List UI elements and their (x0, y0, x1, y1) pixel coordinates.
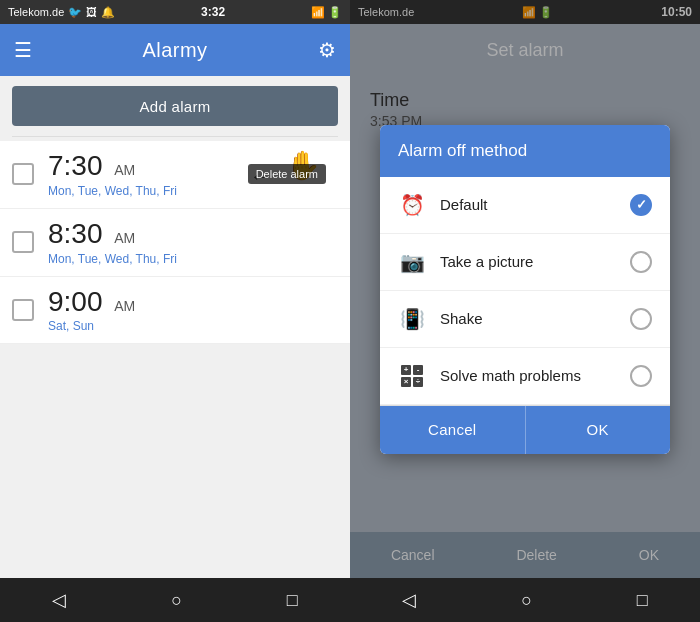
alarm-item-2[interactable]: 8:30 AM Mon, Tue, Wed, Thu, Fri (0, 209, 350, 277)
dialog-cancel-button[interactable]: Cancel (380, 406, 526, 454)
alarm-item-1[interactable]: 7:30 AM Mon, Tue, Wed, Thu, Fri ← 🤚 Dele… (0, 141, 350, 209)
alarm-days-3: Sat, Sun (48, 319, 338, 333)
battery-icon: 🔋 (328, 6, 342, 18)
status-time-left: 3:32 (201, 5, 225, 19)
alarm-time-block-3: 9:00 AM Sat, Sun (48, 287, 338, 334)
dialog-actions: Cancel OK (380, 405, 670, 454)
option-picture[interactable]: 📷 Take a picture (380, 234, 670, 291)
carrier-left: Telekom.de 🐦 🖼 🔔 (8, 6, 115, 19)
nav-bar-right: ◁ ○ □ (350, 578, 700, 622)
alarm-list: 7:30 AM Mon, Tue, Wed, Thu, Fri ← 🤚 Dele… (0, 137, 350, 578)
home-button-right[interactable]: ○ (501, 582, 552, 619)
option-default-label: Default (440, 196, 630, 213)
recent-button-right[interactable]: □ (617, 582, 668, 619)
option-shake[interactable]: 📳 Shake (380, 291, 670, 348)
recent-button-left[interactable]: □ (267, 582, 318, 619)
back-button-left[interactable]: ◁ (32, 581, 86, 619)
alarm-checkbox-1[interactable] (12, 163, 34, 185)
add-alarm-button[interactable]: Add alarm (12, 86, 338, 126)
alarm-days-1: Mon, Tue, Wed, Thu, Fri (48, 184, 338, 198)
image-icon: 🖼 (86, 6, 97, 18)
notification-icon: 🔔 (101, 6, 115, 19)
dialog-ok-button[interactable]: OK (526, 406, 671, 454)
signal-icons-left: 📶 🔋 (311, 6, 342, 19)
option-default[interactable]: ⏰ Default (380, 177, 670, 234)
camera-icon: 📷 (398, 248, 426, 276)
option-shake-radio[interactable] (630, 308, 652, 330)
settings-icon[interactable]: ⚙ (318, 38, 336, 62)
alarm-checkbox-3[interactable] (12, 299, 34, 321)
vibrate-icon: 📳 (398, 305, 426, 333)
option-math-label: Solve math problems (440, 367, 630, 384)
home-button-left[interactable]: ○ (151, 582, 202, 619)
alarm-checkbox-2[interactable] (12, 231, 34, 253)
app-title: Alarmy (142, 39, 207, 62)
option-math[interactable]: +- ×÷ Solve math problems (380, 348, 670, 405)
option-shake-label: Shake (440, 310, 630, 327)
delete-tooltip: Delete alarm (248, 164, 326, 184)
alarm-days-2: Mon, Tue, Wed, Thu, Fri (48, 252, 338, 266)
option-default-radio[interactable] (630, 194, 652, 216)
alarm-off-method-dialog: Alarm off method ⏰ Default 📷 Take a pict… (380, 125, 670, 454)
math-icon: +- ×÷ (398, 362, 426, 390)
left-panel: Telekom.de 🐦 🖼 🔔 3:32 📶 🔋 ☰ Alarmy ⚙ Add… (0, 0, 350, 622)
alarm-time-2: 8:30 AM (48, 219, 338, 250)
option-picture-label: Take a picture (440, 253, 630, 270)
signal-icon: 📶 (311, 6, 325, 18)
option-picture-radio[interactable] (630, 251, 652, 273)
alarm-time-3: 9:00 AM (48, 287, 338, 318)
nav-bar-left: ◁ ○ □ (0, 578, 350, 622)
app-header: ☰ Alarmy ⚙ (0, 24, 350, 76)
twitter-icon: 🐦 (68, 6, 82, 19)
hamburger-menu-icon[interactable]: ☰ (14, 38, 32, 62)
carrier-left-text: Telekom.de (8, 6, 64, 18)
back-button-right[interactable]: ◁ (382, 581, 436, 619)
alarm-item-3[interactable]: 9:00 AM Sat, Sun (0, 277, 350, 345)
dialog-overlay: Alarm off method ⏰ Default 📷 Take a pict… (350, 0, 700, 578)
alarm-time-block-2: 8:30 AM Mon, Tue, Wed, Thu, Fri (48, 219, 338, 266)
dialog-title: Alarm off method (380, 125, 670, 177)
right-panel: Telekom.de 📶 🔋 10:50 Set alarm Time 3:53… (350, 0, 700, 622)
alarm-clock-icon: ⏰ (398, 191, 426, 219)
status-bar-left: Telekom.de 🐦 🖼 🔔 3:32 📶 🔋 (0, 0, 350, 24)
option-math-radio[interactable] (630, 365, 652, 387)
